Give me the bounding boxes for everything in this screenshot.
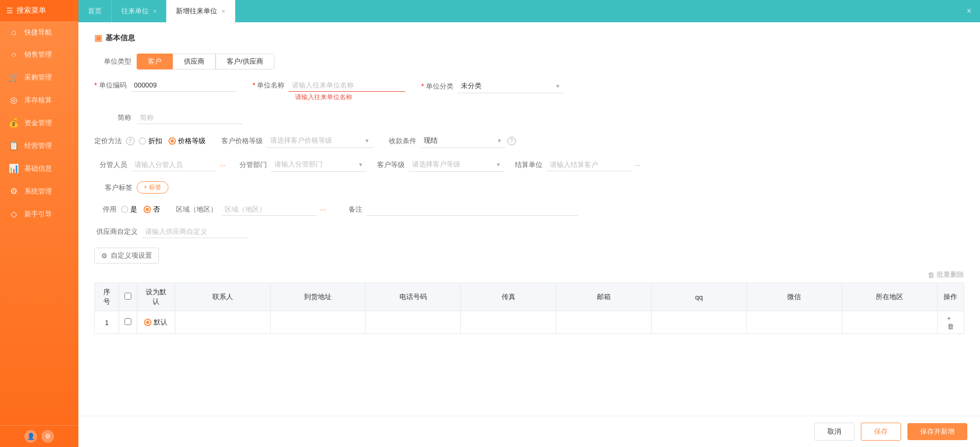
radio-yes[interactable]: 是	[121, 205, 137, 214]
sidebar-item-finance[interactable]: 💰 资金管理	[0, 111, 78, 134]
col-region: 所在地区	[842, 283, 937, 311]
remark-input[interactable]	[367, 203, 578, 216]
fax-input[interactable]	[466, 319, 550, 327]
radio-level-label: 价格等级	[178, 136, 206, 146]
pricing-help-icon[interactable]: ?	[126, 137, 135, 145]
cell-fax[interactable]	[461, 311, 556, 334]
email-input[interactable]	[562, 319, 646, 327]
tab-new-partner[interactable]: 新增往来单位 ×	[166, 0, 235, 22]
table-header-row: 序号 设为默认 联系人 到货地址 电话号码 传真 邮箱 qq 微信 所在地区 操…	[95, 283, 964, 311]
remark-label: 备注	[345, 205, 367, 214]
contact-input[interactable]	[181, 319, 265, 327]
unit-name-input[interactable]	[289, 79, 405, 92]
add-tag-btn[interactable]: + 标签	[137, 181, 168, 194]
sidebar-item-sales[interactable]: ○ 销售管理	[0, 43, 78, 66]
address-input[interactable]	[276, 319, 360, 327]
inventory-icon: ◎	[8, 95, 19, 105]
manager-more-btn[interactable]: ···	[216, 161, 229, 169]
radio-no[interactable]: 否	[144, 205, 160, 214]
cell-seq: 1	[95, 311, 119, 334]
customer-price-level-select[interactable]: 请选择客户价格等级 ▼	[267, 134, 373, 148]
batch-delete-label[interactable]: 批量删除	[937, 270, 964, 279]
sales-icon: ○	[8, 50, 19, 59]
default-radio[interactable]: 默认	[142, 318, 170, 327]
settlement-unit-input[interactable]	[547, 159, 631, 171]
payment-help-icon[interactable]: ?	[507, 137, 516, 145]
row-region-input[interactable]	[848, 319, 932, 327]
custom-settings-btn[interactable]: ⚙ 自定义项设置	[94, 248, 159, 264]
radio-discount[interactable]: 折扣	[139, 136, 162, 146]
radio-no-label: 否	[153, 205, 160, 214]
unit-code-input[interactable]	[131, 79, 237, 92]
payment-terms-select[interactable]: 现结 ▼	[421, 134, 505, 148]
window-close-btn[interactable]: ×	[958, 0, 980, 22]
sidebar-item-quick-nav[interactable]: ⌂ 快捷导航	[0, 21, 78, 43]
unit-type-group: 客户 供应商 客户/供应商	[137, 54, 274, 69]
sidebar-item-operations[interactable]: 📋 经营管理	[0, 134, 78, 157]
region-more-btn[interactable]: ···	[317, 205, 329, 214]
cell-email[interactable]	[556, 311, 652, 334]
add-row-btn[interactable]: +	[947, 314, 951, 322]
radio-yes-circle	[121, 206, 128, 213]
phone-input[interactable]	[371, 319, 455, 327]
sidebar-item-label: 基础信息	[24, 164, 52, 173]
footer: 取消 保存 保存并新增	[78, 416, 980, 447]
sidebar-item-basic[interactable]: 📊 基础信息	[0, 157, 78, 180]
unit-type-both-btn[interactable]: 客户/供应商	[216, 54, 274, 69]
sidebar-item-system[interactable]: ⚙ 系统管理	[0, 180, 78, 203]
save-new-button[interactable]: 保存并新增	[907, 423, 967, 440]
cell-phone[interactable]	[366, 311, 461, 334]
disabled-block: 停用 是 否	[94, 205, 160, 214]
sidebar-user-icon[interactable]: 👤	[24, 430, 37, 443]
cell-contact[interactable]	[175, 311, 270, 334]
col-contact: 联系人	[175, 283, 270, 311]
tab-bar-spacer	[235, 0, 958, 22]
chevron-down-icon: ▼	[555, 83, 560, 89]
sidebar-item-purchase[interactable]: 🛒 采购管理	[0, 66, 78, 89]
cell-wechat[interactable]	[747, 311, 842, 334]
tab-partners-close[interactable]: ×	[153, 8, 156, 14]
region-block: 区域（地区） ···	[176, 203, 329, 216]
radio-level[interactable]: 价格等级	[168, 136, 206, 146]
qq-input[interactable]	[657, 319, 741, 327]
tab-partners[interactable]: 往来单位 ×	[112, 0, 166, 22]
delete-row-btn[interactable]: 🗑	[947, 322, 954, 330]
batch-delete-area: 🗑 批量删除	[94, 270, 964, 279]
wechat-input[interactable]	[752, 319, 836, 327]
radio-level-dot	[171, 139, 174, 143]
customer-level-select[interactable]: 请选择客户等级 ▼	[409, 157, 504, 172]
department-label: 分管部门	[239, 160, 271, 170]
cancel-button[interactable]: 取消	[814, 423, 854, 441]
row-checkbox[interactable]	[124, 318, 131, 325]
sidebar-item-newbie[interactable]: ◇ 新手引导	[0, 203, 78, 225]
select-all-checkbox[interactable]	[124, 293, 131, 300]
manager-row: 分管人员 ··· 分管部门 请输入分管部门 ▼ 客户等级 请选择客户等级 ▼ 结…	[94, 157, 964, 172]
tab-home-label: 首页	[88, 6, 102, 16]
settlement-more-btn[interactable]: ···	[631, 161, 644, 169]
manager-block: 分管人员 ···	[94, 159, 229, 171]
basic-icon: 📊	[8, 163, 19, 173]
region-input[interactable]	[221, 203, 317, 216]
sidebar-search[interactable]: ☰ 搜索菜单	[0, 0, 78, 21]
unit-type-customer-btn[interactable]: 客户	[137, 54, 173, 69]
cell-address[interactable]	[270, 311, 366, 334]
unit-type-supplier-btn[interactable]: 供应商	[173, 54, 216, 69]
cell-checkbox[interactable]	[119, 311, 137, 334]
department-select[interactable]: 请输入分管部门 ▼	[271, 157, 367, 172]
cell-region[interactable]	[842, 311, 937, 334]
tab-home[interactable]: 首页	[78, 0, 112, 22]
tab-new-partner-label: 新增往来单位	[176, 6, 217, 16]
save-button[interactable]: 保存	[861, 423, 901, 441]
sidebar-item-label: 资金管理	[24, 118, 52, 128]
col-phone: 电话号码	[366, 283, 461, 311]
supplier-custom-input[interactable]	[142, 225, 248, 238]
short-name-input[interactable]	[137, 111, 243, 124]
unit-category-select[interactable]: 未分类 ▼	[458, 79, 564, 93]
sidebar-item-inventory[interactable]: ◎ 库存核算	[0, 89, 78, 111]
cell-qq[interactable]	[652, 311, 747, 334]
tab-new-partner-close[interactable]: ×	[221, 8, 225, 14]
manager-input[interactable]	[131, 159, 216, 171]
chevron-down-icon: ▼	[497, 138, 502, 144]
content-area: ▣ 基本信息 单位类型 客户 供应商 客户/供应商 单位编码 单位名称	[78, 22, 980, 416]
sidebar-settings-icon[interactable]: ⚙	[41, 430, 54, 443]
